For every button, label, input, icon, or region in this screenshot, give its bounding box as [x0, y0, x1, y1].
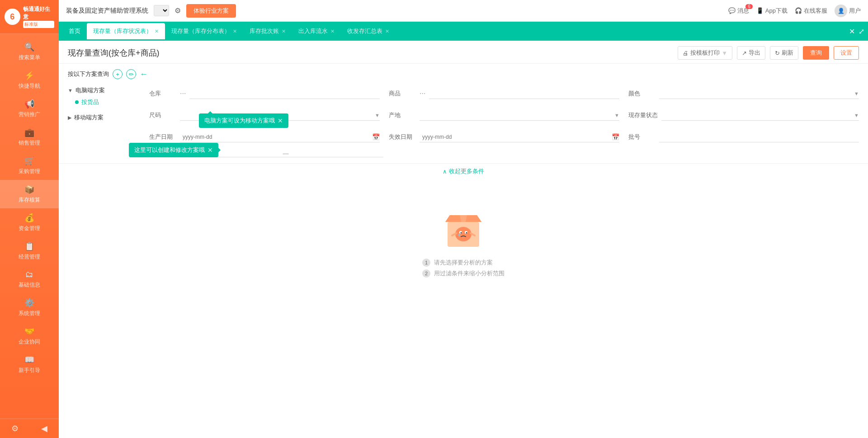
mfg-date-calendar-icon[interactable]: 📅 [372, 133, 380, 141]
sidebar-item-enterprise[interactable]: 🤝 企业协同 [0, 322, 59, 350]
sidebar-item-guide[interactable]: 📖 新手引导 [0, 350, 59, 379]
sidebar-item-quicknav[interactable]: ⚡ 快捷导航 [0, 66, 59, 94]
warehouse-input-area[interactable] [189, 88, 380, 99]
collapse-bar[interactable]: ∧ 收起更多条件 [59, 163, 868, 179]
tab-inventory-status[interactable]: 现存量（库存状况表） ✕ [87, 23, 165, 39]
page-actions: 🖨 按模板打印 ▼ ↗ 导出 ↻ 刷新 查询 设置 [678, 46, 859, 60]
filter-edit-btn[interactable]: ✏ [126, 69, 136, 79]
tooltip1-close-btn[interactable]: ✕ [278, 117, 283, 124]
topbar: 装备及固定资产辅助管理系统 ⚙ 体验行业方案 💬 消息 6 📱 App下载 🎧 … [59, 0, 868, 22]
sales-icon: 💼 [24, 127, 34, 137]
exp-date-calendar-icon[interactable]: 📅 [612, 133, 619, 141]
content-area: 现存量查询(按仓库+商品) 🖨 按模板打印 ▼ ↗ 导出 ↻ 刷新 查询 设置 [59, 41, 868, 438]
scheme-pc[interactable]: ▼ 电脑端方案 [68, 85, 140, 96]
goods-input-area[interactable] [429, 88, 619, 99]
sidebar-item-label: 库存核算 [19, 196, 40, 204]
tab-close-in-out-flow[interactable]: ✕ [330, 28, 335, 34]
online-support-label: 在线客服 [804, 7, 827, 15]
goods-dots[interactable]: ··· [420, 89, 425, 98]
user-avatar: 👤 [835, 5, 847, 17]
trial-btn[interactable]: 体验行业方案 [186, 4, 236, 18]
filter-add-btn[interactable]: + [113, 69, 123, 79]
collapse-label: 收起更多条件 [449, 167, 484, 175]
sidebar-item-inventory[interactable]: 📦 库存核算 [0, 180, 59, 208]
message-badge: 6 [745, 4, 753, 9]
app-download-label: App下载 [765, 7, 788, 15]
sidebar-item-base[interactable]: 🗂 基础信息 [0, 265, 59, 293]
query-btn[interactable]: 查询 [803, 46, 829, 60]
tab-close-batch-ledger[interactable]: ✕ [282, 28, 286, 34]
step-num-1: 1 [422, 259, 430, 267]
topbar-system-name: 装备及固定资产辅助管理系统 [66, 7, 148, 15]
topbar-actions: 💬 消息 6 📱 App下载 🎧 在线客服 👤 用户 [728, 5, 861, 17]
filter-warehouse: 仓库 ··· [149, 88, 380, 99]
active-dot-icon [75, 100, 79, 104]
mfg-date-input[interactable] [180, 132, 372, 142]
exp-date-input[interactable] [420, 132, 612, 142]
tab-close-inventory-status[interactable]: ✕ [155, 28, 159, 34]
svg-marker-3 [466, 215, 481, 222]
message-btn[interactable]: 💬 消息 6 [728, 7, 749, 15]
sidebar-item-finance[interactable]: 💰 资金管理 [0, 208, 59, 237]
tab-in-out-flow[interactable]: 出入库流水 ✕ [292, 23, 341, 39]
sidebar-item-sales[interactable]: 💼 销售管理 [0, 123, 59, 151]
tooltip2-close-btn[interactable]: ✕ [208, 146, 213, 154]
stock-main-max-input[interactable] [291, 150, 384, 157]
online-support-btn[interactable]: 🎧 在线客服 [795, 7, 827, 15]
sidebar-item-search[interactable]: 🔍 搜索菜单 [0, 38, 59, 66]
tab-collect-summary[interactable]: 收发存汇总表 ✕ [341, 23, 396, 39]
filter-goods: 商品 ··· [389, 88, 619, 99]
stock-status-select[interactable] [661, 110, 854, 120]
step-1-text: 请先选择要分析的方案 [434, 259, 493, 267]
refresh-btn[interactable]: ↻ 刷新 [770, 46, 798, 60]
tab-batch-ledger[interactable]: 库存批次账 ✕ [243, 23, 292, 39]
sidebar-item-label: 资金管理 [19, 225, 40, 232]
quicknav-icon: ⚡ [24, 71, 34, 80]
sidebar-item-operations[interactable]: 📋 经营管理 [0, 237, 59, 265]
stock-status-select-wrapper[interactable]: ▼ [661, 110, 859, 121]
print-btn[interactable]: 🖨 按模板打印 ▼ [678, 46, 732, 60]
sidebar-item-marketing[interactable]: 📢 营销推广 [0, 94, 59, 123]
user-btn[interactable]: 👤 用户 [835, 5, 861, 17]
mfg-date-wrapper[interactable]: 📅 [180, 132, 380, 142]
tab-close-collect-summary[interactable]: ✕ [385, 28, 389, 34]
tab-inventory-dist[interactable]: 现存量（库存分布表） ✕ [165, 23, 243, 39]
tabbar-right: ✕ ⤢ [849, 27, 864, 36]
tab-close-inventory-dist[interactable]: ✕ [233, 28, 237, 34]
tabbar-close-btn[interactable]: ✕ [849, 27, 855, 36]
batch-label: 批号 [628, 133, 656, 141]
setting-btn[interactable]: 设置 [834, 46, 859, 60]
scheme-item-by-goods[interactable]: 按货品 [75, 96, 140, 108]
color-label: 颜色 [628, 89, 656, 98]
filter-back-btn[interactable]: ← [140, 70, 148, 79]
origin-select-wrapper[interactable]: ▼ [420, 110, 619, 121]
scheme-pc-label: 电脑端方案 [75, 86, 105, 94]
tab-home[interactable]: 首页 [62, 23, 87, 39]
tabbar-expand-btn[interactable]: ⤢ [859, 27, 864, 36]
sidebar-item-purchase[interactable]: 🛒 采购管理 [0, 151, 59, 180]
topbar-gear-icon[interactable]: ⚙ [175, 6, 181, 15]
svg-marker-2 [445, 215, 461, 222]
settings-bottom-icon[interactable]: ⚙ [11, 424, 19, 433]
warehouse-dots[interactable]: ··· [180, 89, 186, 98]
stock-status-label: 现存量状态 [628, 111, 658, 119]
chevron-down-icon: ▼ [722, 50, 727, 57]
origin-label: 产地 [389, 111, 416, 119]
sidebar-item-system[interactable]: ⚙️ 系统管理 [0, 293, 59, 322]
system-select[interactable] [154, 5, 169, 16]
collapse-sidebar-icon[interactable]: ◀ [41, 424, 47, 433]
user-label: 用户 [849, 7, 861, 15]
marketing-icon: 📢 [24, 99, 34, 109]
svg-point-7 [461, 232, 462, 234]
color-select-wrapper[interactable]: ▼ [659, 88, 859, 99]
batch-input[interactable] [659, 132, 859, 142]
exp-date-wrapper[interactable]: 📅 [420, 132, 619, 142]
app-download-btn[interactable]: 📱 App下载 [756, 7, 788, 15]
sidebar-item-label: 企业协同 [19, 338, 40, 346]
scheme-mobile[interactable]: ▶ 移动端方案 [68, 112, 140, 123]
color-select[interactable] [659, 88, 854, 99]
page-title: 现存量查询(按仓库+商品) [68, 47, 160, 58]
export-btn[interactable]: ↗ 导出 [737, 46, 765, 60]
origin-select[interactable] [420, 110, 614, 120]
logo-icon: 6 [5, 9, 20, 25]
